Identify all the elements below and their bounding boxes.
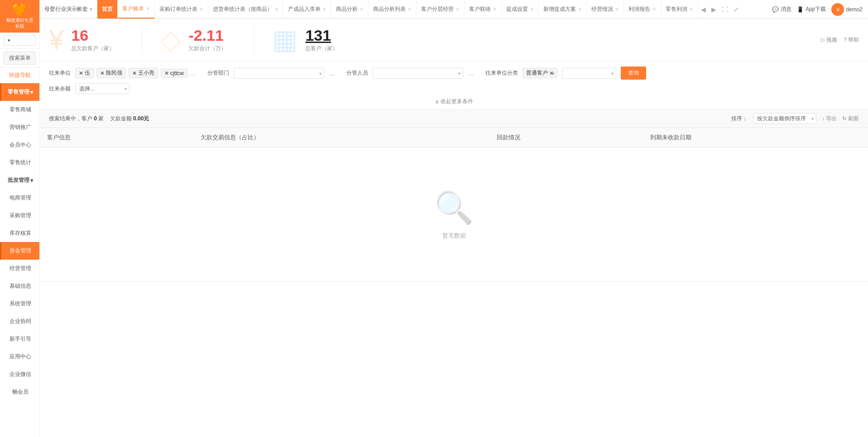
stat-value-total[interactable]: 131 bbox=[305, 28, 338, 43]
tab-scroll-right[interactable]: ▶ bbox=[709, 6, 719, 13]
sort-label: 排序： bbox=[731, 115, 748, 123]
tab-close-business-status[interactable]: ✕ bbox=[615, 6, 619, 12]
tab-close-customer-contact[interactable]: ✕ bbox=[493, 6, 497, 12]
category-select-wrap: 普通客户 ✕ bbox=[523, 68, 557, 78]
table-header-row: 客户信息 欠款交易信息（占比） 回款情况 到期未收款日期 bbox=[40, 128, 868, 147]
query-button[interactable]: 查询 bbox=[621, 66, 646, 80]
tab-close-remind-settings[interactable]: ✕ bbox=[530, 6, 534, 12]
tab-close-retail-profit[interactable]: ✕ bbox=[689, 6, 693, 12]
dept-more-btn[interactable]: ... bbox=[329, 69, 335, 77]
user-menu[interactable]: d demo2 bbox=[831, 3, 863, 16]
tab-new-commission[interactable]: 新增提成方案 ✕ bbox=[539, 0, 587, 19]
unit-tag-2[interactable]: ✕ 陈民强 bbox=[96, 68, 126, 78]
sidebar-item-wholesale[interactable]: 批发管理▾ bbox=[0, 171, 39, 189]
tab-close-new-commission[interactable]: ✕ bbox=[578, 6, 582, 12]
sidebar-item-marketing[interactable]: 营销推广 bbox=[0, 119, 39, 136]
stat-text-1: 16 总欠款客户（家） bbox=[71, 28, 115, 52]
unit-filter-tags: ✕ 伍 ✕ 陈民强 ✕ 王小亮 bbox=[75, 68, 196, 78]
sort-select-wrap[interactable]: 按欠款金额倒序排序 bbox=[753, 113, 816, 124]
tab-business-status[interactable]: 经营情况 ✕ bbox=[587, 0, 624, 19]
tab-goods-analysis[interactable]: 商品分析 ✕ bbox=[331, 0, 369, 19]
sidebar-item-member-center[interactable]: 会员中心 bbox=[0, 136, 39, 154]
dept-input[interactable] bbox=[234, 68, 324, 79]
unit-more-btn[interactable]: ... bbox=[190, 70, 196, 77]
stat-icon-1: ¥ bbox=[49, 26, 64, 53]
sidebar-dropdown[interactable]: ▾ bbox=[0, 33, 39, 49]
unit-tag-4[interactable]: ✕ cjttcw bbox=[161, 69, 187, 78]
tab-expand[interactable]: ⛶ bbox=[719, 6, 731, 13]
tab-remind-settings[interactable]: 提成设置 ✕ bbox=[502, 0, 539, 19]
tab-production[interactable]: 产成品入库单 ✕ bbox=[283, 0, 331, 19]
unit-tag-1[interactable]: ✕ 伍 bbox=[75, 68, 94, 78]
collapse-button[interactable]: ∧ 收起更多条件 bbox=[435, 98, 473, 105]
sidebar-item-retail-management[interactable]: 零售管理▾ bbox=[0, 83, 39, 101]
tab-customer-segment[interactable]: 客户分层经营 ✕ bbox=[417, 0, 465, 19]
sidebar-item-app-center[interactable]: 应用中心 bbox=[0, 348, 39, 366]
quick-nav-item[interactable]: 快捷导航 bbox=[0, 68, 39, 83]
unit-tag-3[interactable]: ✕ 王小亮 bbox=[129, 68, 158, 78]
stat-label-debt: 欠款合计（万） bbox=[188, 45, 226, 52]
customer-count: 0 bbox=[94, 115, 97, 122]
tab-purchase-stats[interactable]: 进货单统计表（按商品） ✕ bbox=[208, 0, 283, 19]
tab-close-goods-analysis[interactable]: ✕ bbox=[360, 6, 364, 12]
dept-filter-label: 分管部门 bbox=[207, 69, 229, 77]
stat-value-debt[interactable]: -2.11 bbox=[188, 28, 226, 43]
messages-btn[interactable]: 💬 消息 bbox=[772, 5, 791, 13]
filter-row-1: 往来单位 ✕ 伍 ✕ 陈民强 ✕ bbox=[49, 66, 859, 80]
balance-filter-label: 往来余额 bbox=[49, 85, 71, 93]
app-download-btn[interactable]: 📱 App下载 bbox=[797, 5, 826, 13]
collapse-area: ∧ 收起更多条件 bbox=[49, 98, 859, 105]
tab-close-customer-segment[interactable]: ✕ bbox=[456, 6, 460, 12]
refresh-btn[interactable]: ↻ 刷新 bbox=[842, 115, 859, 123]
main-content: 母婴行业演示帐套 ▾ 首页 客户账本 ✕ 采购订单统计表 ✕ 进货单统计表（按商… bbox=[40, 0, 868, 437]
export-icon: ↓ bbox=[822, 115, 825, 122]
category-select[interactable] bbox=[562, 68, 616, 79]
tab-retail-profit[interactable]: 零售利润 ✕ bbox=[661, 0, 698, 19]
stat-icon-3: ▦ bbox=[272, 26, 298, 53]
person-input[interactable] bbox=[373, 68, 463, 79]
help-btn[interactable]: ? 帮助 bbox=[844, 36, 859, 44]
export-btn[interactable]: ↓ 导出 bbox=[822, 115, 837, 123]
sidebar-item-inventory[interactable]: 库存核算 bbox=[0, 224, 39, 242]
table-empty-row: 🔍 暂无数据 bbox=[40, 147, 868, 282]
sidebar-item-retail-stats[interactable]: 零售统计 bbox=[0, 154, 39, 171]
tab-profit-report[interactable]: 利润报告 ✕ bbox=[624, 0, 661, 19]
category-dropdown-wrap[interactable] bbox=[562, 68, 616, 79]
stat-value-customers[interactable]: 16 bbox=[71, 28, 115, 43]
sidebar-item-basic-info[interactable]: 基础信息 bbox=[0, 277, 39, 295]
sidebar-item-system[interactable]: 系统管理 bbox=[0, 295, 39, 313]
tab-home[interactable]: 首页 bbox=[97, 0, 118, 19]
category-tag-1[interactable]: 普通客户 ✕ bbox=[523, 68, 557, 78]
sidebar-item-retail-mall[interactable]: 零售商城 bbox=[0, 101, 39, 119]
dropdown-button[interactable]: ▾ bbox=[4, 35, 36, 46]
account-selector[interactable]: 母婴行业演示帐套 ▾ bbox=[40, 0, 97, 19]
tab-scroll-left[interactable]: ◀ bbox=[698, 6, 709, 13]
sidebar-item-enterprise-wechat[interactable]: 企业微信 bbox=[0, 366, 39, 383]
sidebar-item-new-guide[interactable]: 新手引导 bbox=[0, 330, 39, 348]
tab-close-production[interactable]: ✕ bbox=[322, 6, 326, 12]
sidebar-item-enterprise[interactable]: 企业协同 bbox=[0, 313, 39, 330]
search-menu-button[interactable]: 搜索菜单 bbox=[4, 52, 36, 65]
person-more-btn[interactable]: ... bbox=[468, 69, 474, 77]
tab-close-goods-analysis-list[interactable]: ✕ bbox=[408, 6, 412, 12]
tab-maximize[interactable]: ⤢ bbox=[731, 6, 742, 13]
video-btn[interactable]: ▷ 视频 bbox=[821, 36, 837, 44]
tab-customers[interactable]: 客户账本 ✕ bbox=[118, 0, 155, 19]
sidebar-item-ecommerce[interactable]: 电商管理 bbox=[0, 189, 39, 207]
stats-bar: ¥ 16 总欠款客户（家） ◇ -2.11 欠款合计（万） bbox=[40, 19, 868, 61]
tab-purchase-orders[interactable]: 采购订单统计表 ✕ bbox=[155, 0, 208, 19]
tab-close-profit-report[interactable]: ✕ bbox=[652, 6, 656, 12]
sidebar-item-finance[interactable]: 资金管理 bbox=[0, 242, 39, 260]
tab-goods-analysis-list[interactable]: 商品分析列表 ✕ bbox=[369, 0, 417, 19]
sidebar-item-purchase[interactable]: 采购管理 bbox=[0, 207, 39, 224]
tab-close-purchase-orders[interactable]: ✕ bbox=[199, 6, 203, 12]
tab-close-customers[interactable]: ✕ bbox=[146, 6, 150, 12]
sort-select[interactable]: 按欠款金额倒序排序 bbox=[753, 113, 816, 124]
tab-customer-contact[interactable]: 客户联络 ✕ bbox=[465, 0, 502, 19]
sidebar: 🧡 畅捷通好生意 标版 ▾ 搜索菜单 快捷导航 零售管理▾ 零售商城 营销推广 … bbox=[0, 0, 40, 437]
sidebar-item-business[interactable]: 经营管理 bbox=[0, 260, 39, 277]
sidebar-item-vip[interactable]: 畅会员 bbox=[0, 383, 39, 401]
tab-close-purchase-stats[interactable]: ✕ bbox=[274, 6, 278, 12]
balance-select[interactable]: 选择... bbox=[75, 83, 129, 94]
stats-actions: ▷ 视频 ? 帮助 bbox=[821, 36, 859, 44]
